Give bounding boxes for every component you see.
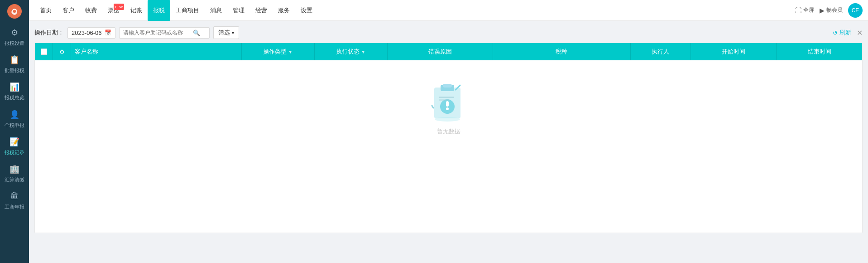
building-icon: 🏢: [8, 163, 21, 175]
fullscreen-btn[interactable]: ⛶ 全屏: [795, 6, 814, 14]
table-body: 暂无数据: [35, 60, 862, 233]
th-executor: 执行人: [631, 43, 691, 60]
th-end-time: 结束时间: [777, 43, 862, 60]
sidebar-item-baoashuizonglan[interactable]: 📊 报税总览: [0, 77, 29, 104]
op-type-filter-icon: ▼: [288, 49, 293, 54]
sidebar-item-baoshuishezhi[interactable]: ⚙ 报税设置: [0, 23, 29, 50]
search-input[interactable]: [123, 29, 191, 36]
sidebar-item-label: 报税设置: [5, 40, 24, 46]
refresh-icon: ↺: [833, 29, 838, 36]
svg-point-9: [435, 117, 460, 122]
overview-icon: 📊: [8, 81, 21, 93]
svg-rect-11: [439, 99, 450, 101]
sidebar-item-huisuanqingxi[interactable]: 🏢 汇算清缴: [0, 159, 29, 186]
header-checkbox[interactable]: [41, 49, 47, 55]
annual-icon: 🏛: [8, 190, 21, 203]
nav-shezhi[interactable]: 设置: [295, 0, 318, 21]
play-icon: ▶: [820, 7, 825, 14]
sidebar-item-baoshujilu[interactable]: 📝 报税记录: [0, 132, 29, 159]
th-gear[interactable]: ⚙: [53, 43, 71, 60]
main-wrap: 首页 客户 收费 票据 new 记账 报税 工商项目 消息 管理 经营: [29, 0, 868, 263]
svg-point-7: [446, 107, 449, 110]
sidebar-item-label: 报税记录: [5, 150, 24, 156]
sidebar-item-label: 个税申报: [5, 122, 24, 128]
th-op-type[interactable]: 操作类型 ▼: [242, 43, 315, 60]
chevron-down-icon: ▾: [232, 30, 234, 35]
toolbar: 操作日期： 2023-06-06 📅 🔍 筛选 ▾ ↺ 刷新: [34, 26, 863, 39]
sidebar-item-gongshangnianibao[interactable]: 🏛 工商年报: [0, 186, 29, 214]
batch-icon: 📋: [8, 54, 21, 66]
filter-button[interactable]: 筛选 ▾: [213, 26, 239, 39]
th-error-reason: 错误原因: [388, 43, 493, 60]
date-value: 2023-06-06: [72, 29, 102, 36]
content-main: 操作日期： 2023-06-06 📅 🔍 筛选 ▾ ↺ 刷新: [29, 21, 868, 263]
fullscreen-icon: ⛶: [795, 7, 801, 14]
close-icon: ✕: [857, 29, 863, 37]
record-icon: 📝: [8, 136, 21, 148]
nav-gongshangxiangmu[interactable]: 工商项目: [170, 0, 205, 21]
sidebar-item-label: 工商年报: [5, 204, 24, 210]
table-header: ⚙ 客户名称 操作类型 ▼ 执行状态 ▼ 错误原因: [35, 43, 862, 60]
gear-icon: ⚙: [59, 49, 65, 55]
nav-shoufei[interactable]: 收费: [80, 0, 102, 21]
user-avatar[interactable]: CE: [848, 3, 863, 18]
date-picker[interactable]: 2023-06-06 📅: [67, 27, 115, 39]
new-badge: new: [114, 4, 124, 10]
app-logo: [0, 0, 29, 23]
search-icon: 🔍: [193, 29, 200, 36]
calendar-icon: 📅: [105, 29, 111, 36]
date-label: 操作日期：: [34, 29, 64, 37]
nav-xiaoxi[interactable]: 消息: [205, 0, 227, 21]
nav-jizhang[interactable]: 记账: [125, 0, 148, 21]
svg-rect-6: [446, 101, 449, 107]
sidebar-item-label: 批量报税: [5, 68, 24, 73]
member-btn[interactable]: ▶ 畅会员: [820, 6, 843, 14]
th-customer-name: 客户名称: [71, 43, 242, 60]
svg-rect-4: [443, 84, 452, 88]
sidebar: ⚙ 报税设置 📋 批量报税 📊 报税总览 👤 个税申报 📝 报税记录 🏢 汇算清…: [0, 0, 29, 263]
person-icon: 👤: [8, 108, 21, 121]
empty-icon: [426, 78, 471, 124]
toolbar-right: ↺ 刷新 ✕: [833, 29, 863, 37]
nav-guanli[interactable]: 管理: [227, 0, 250, 21]
nav-right: ⛶ 全屏 ▶ 畅会员 CE: [795, 3, 863, 18]
th-checkbox[interactable]: [35, 43, 53, 60]
close-button[interactable]: ✕: [857, 29, 863, 37]
th-exec-status[interactable]: 执行状态 ▼: [315, 43, 388, 60]
th-tax-type: 税种: [493, 43, 631, 60]
sidebar-item-geshuishenbao[interactable]: 👤 个税申报: [0, 105, 29, 132]
top-nav: 首页 客户 收费 票据 new 记账 报税 工商项目 消息 管理 经营: [29, 0, 868, 21]
settings-icon: ⚙: [8, 26, 21, 39]
svg-line-12: [432, 106, 433, 108]
th-start-time: 开始时间: [691, 43, 777, 60]
sidebar-item-label: 汇算清缴: [5, 177, 24, 183]
nav-piaoju[interactable]: 票据 new: [102, 0, 125, 21]
sidebar-item-label: 报税总览: [5, 95, 24, 101]
data-table: ⚙ 客户名称 操作类型 ▼ 执行状态 ▼ 错误原因: [34, 43, 863, 233]
svg-rect-10: [439, 97, 454, 98]
svg-point-1: [13, 10, 16, 13]
empty-text: 暂无数据: [437, 127, 460, 136]
nav-shouye[interactable]: 首页: [34, 0, 57, 21]
content-area: 操作日期： 2023-06-06 📅 🔍 筛选 ▾ ↺ 刷新: [29, 21, 868, 263]
filter-label: 筛选: [218, 29, 230, 37]
nav-jingying[interactable]: 经营: [250, 0, 273, 21]
sidebar-item-piliangshuishui[interactable]: 📋 批量报税: [0, 50, 29, 77]
empty-state: 暂无数据: [35, 60, 862, 145]
nav-fuwu[interactable]: 服务: [273, 0, 295, 21]
exec-status-filter-icon: ▼: [361, 49, 365, 54]
nav-baoshui[interactable]: 报税: [148, 0, 170, 21]
search-box: 🔍: [119, 27, 210, 39]
nav-kehu[interactable]: 客户: [57, 0, 80, 21]
refresh-button[interactable]: ↺ 刷新: [833, 29, 851, 37]
